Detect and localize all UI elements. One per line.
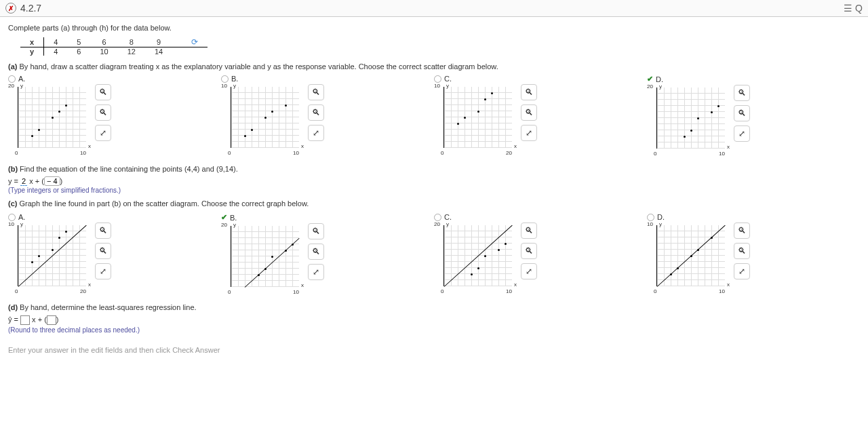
data-point bbox=[690, 130, 692, 132]
option-radio[interactable] bbox=[8, 214, 16, 221]
option-label: C. bbox=[444, 75, 452, 83]
origin-label: 0 bbox=[654, 288, 656, 294]
data-point bbox=[484, 98, 486, 100]
x-max-label: 20 bbox=[80, 288, 91, 294]
expand-icon[interactable]: ⤢ bbox=[734, 125, 750, 142]
data-point bbox=[52, 249, 54, 251]
option-radio[interactable] bbox=[434, 214, 441, 221]
x-axis-label: x bbox=[88, 143, 91, 149]
zoom-out-icon[interactable]: 🔍︎- bbox=[734, 243, 750, 259]
data-point bbox=[477, 267, 479, 269]
data-point bbox=[498, 249, 500, 251]
data-point bbox=[251, 129, 253, 131]
list-icon[interactable]: ☰ Q bbox=[844, 3, 863, 14]
part-d-hint: (Round to three decimal places as needed… bbox=[8, 326, 860, 334]
zoom-in-icon[interactable]: 🔍︎ bbox=[308, 84, 324, 100]
y-axis-label: y bbox=[659, 83, 662, 90]
part-d-equation: ŷ = x + () bbox=[8, 315, 860, 325]
zoom-out-icon[interactable]: 🔍︎- bbox=[95, 243, 111, 259]
x-max-label: 10 bbox=[719, 151, 730, 157]
data-point bbox=[31, 135, 33, 137]
data-point bbox=[65, 231, 67, 233]
y-axis-label: y bbox=[20, 83, 23, 89]
expand-icon[interactable]: ⤢ bbox=[95, 125, 111, 141]
x-axis-label: x bbox=[301, 282, 304, 288]
zoom-in-icon[interactable]: 🔍︎ bbox=[95, 222, 111, 239]
incorrect-icon: ✗ bbox=[5, 3, 16, 14]
instruction-text: Complete parts (a) through (h) for the d… bbox=[8, 24, 860, 32]
y-max-label: 20 bbox=[434, 221, 440, 227]
zoom-in-icon[interactable]: 🔍︎ bbox=[308, 223, 324, 239]
option-radio[interactable] bbox=[8, 75, 16, 83]
zoom-in-icon[interactable]: 🔍︎ bbox=[734, 222, 750, 239]
y-max-label: 20 bbox=[221, 222, 227, 228]
x-axis-label: x bbox=[727, 282, 730, 288]
zoom-out-icon[interactable]: 🔍︎- bbox=[734, 105, 750, 121]
data-point bbox=[711, 111, 713, 113]
option-label: C. bbox=[444, 213, 452, 221]
option-radio[interactable] bbox=[647, 214, 654, 221]
data-point bbox=[471, 273, 473, 275]
footer-text: Enter your answer in the edit fields and… bbox=[0, 341, 868, 360]
correct-check-icon: ✔ bbox=[221, 213, 227, 222]
origin-label: 0 bbox=[228, 289, 231, 295]
part-d-text: (d) By hand, determine the least-squares… bbox=[8, 303, 860, 311]
data-point bbox=[271, 256, 273, 258]
data-point bbox=[717, 105, 719, 107]
data-point bbox=[697, 117, 699, 119]
refresh-icon[interactable]: ⟳ bbox=[191, 37, 198, 47]
y-axis-label: y bbox=[20, 221, 23, 227]
zoom-out-icon[interactable]: 🔍︎- bbox=[95, 104, 111, 121]
option-label: A. bbox=[18, 75, 25, 83]
data-point bbox=[244, 135, 246, 137]
zoom-out-icon[interactable]: 🔍︎- bbox=[308, 104, 324, 121]
data-point bbox=[65, 104, 67, 106]
expand-icon[interactable]: ⤢ bbox=[521, 263, 537, 279]
data-point bbox=[285, 104, 287, 106]
origin-label: 0 bbox=[15, 288, 18, 294]
page-title: 4.2.7 bbox=[20, 3, 41, 14]
zoom-out-icon[interactable]: 🔍︎- bbox=[308, 244, 324, 260]
part-a-text: (a) By hand, draw a scatter diagram trea… bbox=[8, 62, 860, 71]
zoom-out-icon[interactable]: 🔍︎- bbox=[521, 243, 537, 259]
x-axis-label: x bbox=[301, 143, 304, 149]
slope-input[interactable] bbox=[20, 315, 30, 325]
slope-value: 2 bbox=[20, 177, 27, 186]
expand-icon[interactable]: ⤢ bbox=[95, 263, 111, 279]
y-axis-label: y bbox=[446, 83, 449, 89]
option-label: D. bbox=[656, 75, 663, 83]
data-point bbox=[52, 117, 54, 119]
x-max-label: 10 bbox=[293, 289, 304, 295]
zoom-in-icon[interactable]: 🔍︎ bbox=[95, 84, 111, 100]
x-max-label: 10 bbox=[719, 288, 730, 294]
zoom-in-icon[interactable]: 🔍︎ bbox=[521, 84, 537, 100]
expand-icon[interactable]: ⤢ bbox=[308, 264, 324, 280]
data-point bbox=[38, 255, 40, 257]
x-header: x bbox=[20, 37, 44, 47]
correct-check-icon: ✔ bbox=[647, 75, 653, 83]
option-label: D. bbox=[657, 213, 665, 221]
zoom-in-icon[interactable]: 🔍︎ bbox=[521, 222, 537, 239]
part-a-options: A.20100yx🔍︎🔍︎-⤢B.10100yx🔍︎🔍︎-⤢C.10200yx🔍… bbox=[8, 75, 860, 159]
expand-icon[interactable]: ⤢ bbox=[734, 263, 750, 279]
y-max-label: 20 bbox=[647, 83, 653, 90]
data-point bbox=[684, 136, 686, 138]
data-point bbox=[271, 111, 273, 113]
y-axis-label: y bbox=[659, 221, 662, 227]
data-point bbox=[31, 261, 33, 263]
zoom-in-icon[interactable]: 🔍︎ bbox=[734, 85, 750, 101]
data-point bbox=[464, 117, 466, 119]
intercept-input[interactable] bbox=[47, 315, 56, 325]
option-label: B. bbox=[230, 214, 237, 222]
data-point bbox=[264, 117, 267, 119]
x-axis-label: x bbox=[514, 282, 517, 288]
part-b-equation: y = 2 x + (− 4) bbox=[8, 177, 860, 185]
expand-icon[interactable]: ⤢ bbox=[521, 125, 537, 141]
option-radio[interactable] bbox=[221, 75, 229, 83]
expand-icon[interactable]: ⤢ bbox=[308, 125, 324, 141]
zoom-out-icon[interactable]: 🔍︎- bbox=[521, 104, 537, 121]
option-radio[interactable] bbox=[434, 75, 441, 83]
origin-label: 0 bbox=[654, 151, 656, 157]
data-table: x 4 5 6 8 9 ⟳ y 4 6 10 12 14 bbox=[20, 37, 208, 56]
y-max-label: 10 bbox=[221, 83, 227, 89]
